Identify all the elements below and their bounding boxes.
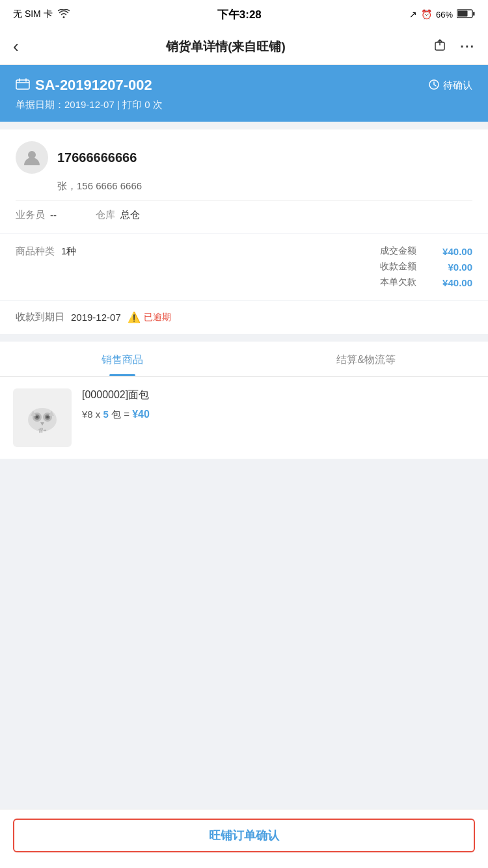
empty-area — [0, 459, 488, 589]
svg-rect-3 — [16, 80, 29, 89]
battery-icon — [457, 9, 475, 20]
product-name: [0000002]面包 — [82, 388, 475, 402]
more-icon[interactable]: ··· — [460, 39, 475, 54]
owed-amount-value: ¥40.00 — [427, 277, 472, 288]
product-type-stat: 商品种类 1种 — [16, 245, 76, 258]
share-icon[interactable] — [433, 38, 447, 55]
confirm-order-label: 旺铺订单确认 — [209, 828, 279, 843]
customer-meta: 业务员 -- 仓库 总仓 — [16, 200, 472, 221]
svg-rect-1 — [457, 10, 467, 16]
warehouse-item: 仓库 总仓 — [96, 209, 140, 221]
deal-amount-row: 成交金额 ¥40.00 — [380, 245, 472, 257]
tab-settlement-label: 结算&物流等 — [336, 354, 396, 365]
nav-right-actions: ··· — [433, 38, 475, 55]
due-date-section: 收款到期日 2019-12-07 ⚠️ 已逾期 — [0, 301, 488, 334]
product-price-row: ¥8 x 5 包 = ¥40 — [82, 409, 475, 421]
product-unit: 包 — [111, 409, 121, 420]
payment-amount-label: 收款金额 — [380, 261, 416, 273]
price-multiply: x — [96, 409, 103, 420]
warehouse-label: 仓库 — [96, 209, 115, 221]
salesperson-value: -- — [50, 210, 57, 221]
avatar — [16, 141, 48, 174]
bottom-bar: 旺铺订单确认 — [0, 809, 488, 868]
location-icon: ↗ — [409, 9, 417, 20]
payment-amount-value: ¥0.00 — [427, 262, 472, 273]
payment-amount-row: 收款金额 ¥0.00 — [380, 261, 472, 273]
order-status: 待确认 — [429, 79, 472, 92]
salesperson-item: 业务员 -- — [16, 209, 57, 221]
svg-point-12 — [46, 416, 49, 418]
product-total: ¥40 — [132, 409, 150, 420]
order-icon — [16, 77, 30, 94]
product-qty: 5 — [103, 409, 109, 420]
customer-phone: 17666666666 — [57, 150, 137, 165]
carrier-label: 无 SIM 卡 — [13, 8, 53, 20]
tabs-container: 销售商品 结算&物流等 — [0, 342, 488, 377]
product-item: 督+ [0000002]面包 ¥8 x 5 包 = ¥40 — [0, 377, 488, 459]
order-header: SA-20191207-002 待确认 单据日期：2019-12-07 | 打印… — [0, 65, 488, 122]
status-bar: 无 SIM 卡 下午3:28 ↗ ⏰ 66% — [0, 0, 488, 29]
price-equals: = — [124, 409, 132, 420]
svg-point-11 — [36, 416, 38, 418]
clock-icon — [429, 79, 439, 92]
due-date-value: 2019-12-07 — [71, 312, 121, 323]
deal-amount-value: ¥40.00 — [427, 246, 472, 257]
product-section: 督+ [0000002]面包 ¥8 x 5 包 = ¥40 — [0, 377, 488, 459]
status-bar-time: 下午3:28 — [217, 7, 262, 22]
tab-sales-label: 销售商品 — [102, 354, 143, 365]
battery-label: 66% — [436, 10, 453, 20]
back-button[interactable]: ‹ — [13, 36, 19, 57]
amount-stats: 成交金额 ¥40.00 收款金额 ¥0.00 本单欠款 ¥40.00 — [380, 245, 472, 288]
product-info: [0000002]面包 ¥8 x 5 包 = ¥40 — [82, 388, 475, 421]
page-title: 销货单详情(来自旺铺) — [166, 38, 286, 55]
nav-bar: ‹ 销货单详情(来自旺铺) ··· — [0, 29, 488, 65]
tab-indicator — [109, 374, 135, 376]
overdue-badge: ⚠️ 已逾期 — [128, 311, 171, 323]
alarm-icon: ⏰ — [421, 9, 432, 20]
wifi-icon — [58, 9, 70, 20]
order-date: 单据日期：2019-12-07 | 打印 0 次 — [16, 99, 472, 111]
owed-amount-label: 本单欠款 — [380, 277, 416, 288]
bottom-spacer — [0, 589, 488, 647]
product-type-value: 1种 — [61, 245, 76, 258]
product-type-label: 商品种类 — [16, 245, 55, 258]
owed-amount-row: 本单欠款 ¥40.00 — [380, 277, 472, 288]
overdue-warning-icon: ⚠️ — [128, 311, 141, 323]
due-label: 收款到期日 — [16, 311, 64, 323]
stats-card: 商品种类 1种 成交金额 ¥40.00 收款金额 ¥0.00 本单欠款 ¥40.… — [0, 234, 488, 300]
product-price: ¥8 — [82, 409, 93, 420]
status-bar-left: 无 SIM 卡 — [13, 8, 70, 20]
svg-rect-2 — [473, 12, 475, 16]
confirm-order-button[interactable]: 旺铺订单确认 — [13, 819, 475, 852]
deal-amount-label: 成交金额 — [380, 245, 416, 257]
tab-settlement[interactable]: 结算&物流等 — [244, 342, 488, 376]
product-image: 督+ — [13, 388, 72, 447]
customer-card: 17666666666 张，156 6666 6666 业务员 -- 仓库 总仓 — [0, 129, 488, 233]
customer-name: 张，156 6666 6666 — [16, 180, 472, 193]
order-id: SA-20191207-002 — [16, 77, 152, 94]
warehouse-value: 总仓 — [120, 209, 140, 221]
tab-sales-products[interactable]: 销售商品 — [0, 342, 244, 376]
overdue-text: 已逾期 — [144, 312, 171, 323]
salesperson-label: 业务员 — [16, 209, 45, 221]
status-bar-right: ↗ ⏰ 66% — [409, 9, 475, 20]
svg-text:督+: 督+ — [38, 427, 47, 433]
